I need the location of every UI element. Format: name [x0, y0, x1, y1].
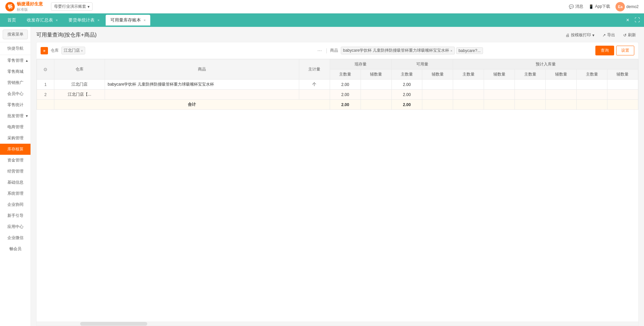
summary-empty1 — [37, 100, 54, 110]
warehouse-tag-remove[interactable]: × — [81, 49, 83, 53]
summary-production-sub — [607, 100, 638, 110]
sidebar-item-wholesale-mgmt[interactable]: 批发管理 ▼ — [0, 110, 31, 122]
tab-home[interactable]: 首页 — [3, 15, 21, 26]
sidebar-item-app-center[interactable]: 应用中心 — [0, 221, 31, 232]
sidebar-item-member2-label: 畅会员 — [9, 246, 21, 252]
sidebar-item-wechat[interactable]: 企业微信 — [0, 232, 31, 243]
sidebar-item-basic[interactable]: 基础信息 — [0, 177, 31, 188]
row2-production-sub — [607, 90, 638, 100]
th-gear[interactable]: ⚙ — [37, 59, 54, 80]
sidebar-item-purchase-label: 采购管理 — [7, 135, 23, 141]
row2-purchase-main — [453, 90, 484, 100]
sidebar-nav-area: 快捷导航 — [0, 42, 31, 55]
industry-selector[interactable]: 母婴行业演示账套 ▾ — [51, 2, 93, 11]
sidebar-item-enterprise[interactable]: 企业协同 — [0, 199, 31, 210]
filter-divider: | — [326, 48, 327, 54]
tab-receipt-close[interactable]: × — [56, 18, 58, 22]
expand-filter-btn[interactable]: » — [41, 47, 48, 54]
summary-purchase-main — [453, 100, 484, 110]
tab-order-stat-label: 要货单统计表 — [68, 17, 95, 23]
th-production-sub: 辅数量 — [607, 69, 638, 80]
row1-production-main — [577, 80, 607, 90]
row1-inbound-main — [515, 80, 546, 90]
sidebar-item-retail-mgmt[interactable]: 零售管理 ▲ — [0, 55, 31, 66]
product-tag2-value: babycare?... — [459, 48, 481, 53]
row1-product: babycare学饮杯 儿童防摔防撞吸管杯重力球吸嘴杯宝宝水杯 — [105, 80, 299, 90]
sidebar-item-finance[interactable]: 资金管理 — [0, 155, 31, 166]
summary-stock-sub — [361, 100, 391, 110]
summary-row: 合计 2.00 2.00 — [37, 100, 638, 110]
print-label: 按模板打印 — [571, 32, 591, 38]
expand-btn[interactable]: ⛶ — [633, 16, 641, 25]
th-product: 商品 — [105, 59, 299, 80]
tab-order-stat[interactable]: 要货单统计表 × — [64, 15, 104, 26]
sidebar-item-retail-stat[interactable]: 零售统计 — [0, 99, 31, 110]
tab-available[interactable]: 可用量库存账本 × — [106, 15, 150, 26]
tab-available-label: 可用量库存账本 — [110, 17, 141, 23]
refresh-label: 刷新 — [628, 32, 636, 38]
chevron-down-icon: ▼ — [25, 114, 29, 118]
row1-production-sub — [607, 80, 638, 90]
sidebar-item-wholesale-mgmt-label: 批发管理 — [7, 113, 23, 119]
message-btn[interactable]: 💬 消息 — [569, 4, 583, 9]
th-stock-sub: 辅数量 — [361, 69, 391, 80]
table-row: 1 江北门店 babycare学饮杯 儿童防摔防撞吸管杯重力球吸嘴杯宝宝水杯 个… — [37, 80, 638, 90]
sidebar-item-purchase[interactable]: 采购管理 — [0, 133, 31, 144]
setting-btn[interactable]: 设置 — [616, 46, 634, 55]
sidebar-item-member2[interactable]: 畅会员 — [0, 243, 31, 254]
row1-inbound-sub — [546, 80, 577, 90]
row2-stock-main: 2.00 — [330, 90, 361, 100]
filter-actions: 查询 设置 — [595, 46, 634, 55]
th-inbound-sub: 辅数量 — [546, 69, 577, 80]
product-tag1-remove[interactable]: × — [450, 49, 452, 53]
row2-purchase-sub — [484, 90, 515, 100]
row2-available-sub — [422, 90, 453, 100]
summary-inbound-main — [515, 100, 546, 110]
refresh-btn[interactable]: ↺ 刷新 — [621, 31, 639, 39]
row1-warehouse: 江北门店 — [54, 80, 105, 90]
sidebar-item-ecommerce[interactable]: 电商管理 — [0, 122, 31, 133]
sidebar-item-member[interactable]: 会员中心 — [0, 88, 31, 99]
sidebar-item-retail-stat-label: 零售统计 — [7, 102, 23, 108]
export-icon: ↗ — [602, 33, 606, 38]
export-btn[interactable]: ↗ 导出 — [600, 31, 618, 39]
user-menu[interactable]: Ea demo2 — [615, 2, 639, 11]
query-btn[interactable]: 查询 — [595, 46, 614, 55]
warehouse-filter-label: 仓库 — [51, 48, 59, 53]
brand-name: 畅捷通好生意 — [17, 1, 43, 7]
row1-available-sub — [422, 80, 453, 90]
sidebar-item-retail-shop[interactable]: 零售商城 — [0, 66, 31, 77]
th-inbound-main: 主数量 — [515, 69, 546, 80]
tab-order-stat-close[interactable]: × — [97, 18, 99, 22]
row2-inbound-sub — [546, 90, 577, 100]
sidebar-item-app-center-label: 应用中心 — [7, 224, 23, 230]
top-bar: 畅 畅捷通好生意 标准版 母婴行业演示账套 ▾ 💬 消息 📱 App下载 Ea … — [0, 0, 644, 13]
sidebar-item-system[interactable]: 系统管理 — [0, 188, 31, 199]
sidebar-item-operation[interactable]: 经营管理 — [0, 166, 31, 177]
horizontal-scrollbar[interactable] — [36, 322, 639, 326]
print-btn[interactable]: 🖨 按模板打印 ▾ — [563, 31, 597, 39]
sidebar-item-marketing[interactable]: 营销推广 — [0, 77, 31, 88]
nav-tabs-right: × ⛶ — [625, 16, 641, 25]
sidebar-search-area: 搜索菜单 — [0, 27, 31, 42]
warehouse-tag: 江北门店 × — [61, 47, 85, 54]
row1-index: 1 — [37, 80, 54, 90]
app-download-btn[interactable]: 📱 App下载 — [589, 4, 610, 9]
row2-product — [105, 90, 299, 100]
sidebar-item-newbie[interactable]: 新手引导 — [0, 210, 31, 221]
close-all-btn[interactable]: × — [625, 16, 631, 25]
warehouse-more-btn[interactable]: ··· — [316, 48, 323, 54]
summary-label: 合计 — [54, 100, 330, 110]
th-purchase-sub: 辅数量 — [484, 69, 515, 80]
avatar: Ea — [615, 2, 625, 11]
main-layout: 搜索菜单 快捷导航 零售管理 ▲ 零售商城 营销推广 会员中心 零售统计 批发管… — [0, 27, 644, 326]
scroll-thumb[interactable] — [80, 322, 147, 326]
tab-receipt[interactable]: 收发存汇总表 × — [22, 15, 62, 26]
gear-icon: ⚙ — [43, 67, 48, 72]
search-menu-btn[interactable]: 搜索菜单 — [3, 30, 28, 39]
quick-nav-btn[interactable]: 快捷导航 — [0, 44, 31, 53]
sidebar-item-enterprise-label: 企业协同 — [7, 202, 23, 207]
tab-available-close[interactable]: × — [144, 18, 146, 22]
chevron-down-icon: ▾ — [592, 33, 594, 38]
sidebar-item-inventory[interactable]: 库存核算 — [0, 144, 31, 155]
